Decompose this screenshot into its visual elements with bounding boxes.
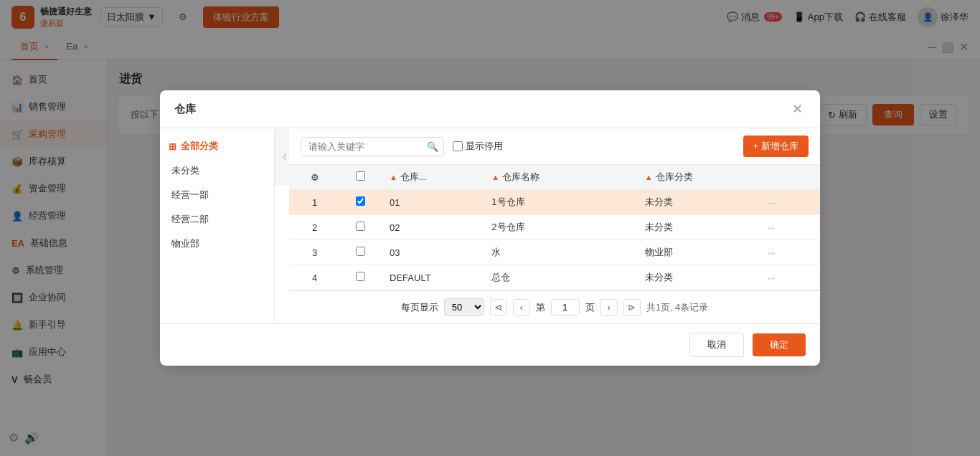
modal-content-area: 🔍 显示停用 + 新增仓库 ⚙ <box>289 128 820 323</box>
modal-pagination: 每页显示 50 100 200 ⊲ ‹ 第 页 › ⊳ 共1页, 4条记录 <box>289 290 820 323</box>
row-checkbox[interactable] <box>356 196 365 206</box>
th-name: ▲ 仓库名称 <box>483 165 636 190</box>
sort-cat-icon: ▲ <box>645 173 653 181</box>
cancel-button[interactable]: 取消 <box>689 333 744 357</box>
row-checkbox[interactable] <box>356 247 365 256</box>
row-code: DEFAULT <box>381 265 483 290</box>
table-row[interactable]: 4 DEFAULT 总仓 未分类 ··· <box>289 265 820 290</box>
th-checkbox <box>340 165 381 190</box>
row-category: 未分类 <box>636 215 759 240</box>
page-label-before: 第 <box>536 301 545 314</box>
row-name: 1号仓库 <box>483 190 636 215</box>
more-icon[interactable]: ··· <box>768 197 776 208</box>
grid-icon: ⊞ <box>169 141 176 152</box>
modal-cat-all[interactable]: ⊞ 全部分类 <box>160 134 274 158</box>
row-name: 总仓 <box>483 265 636 290</box>
next-page-button[interactable]: › <box>600 299 618 316</box>
modal-close-button[interactable]: ✕ <box>788 100 806 118</box>
row-checkbox-cell[interactable] <box>340 190 381 215</box>
confirm-button[interactable]: 确定 <box>753 333 806 356</box>
th-category: ▲ 仓库分类 <box>636 165 759 190</box>
prev-page-button[interactable]: ‹ <box>513 299 530 316</box>
modal-table: ⚙ ▲ 仓库... <box>289 165 820 290</box>
modal-cat-unclassified[interactable]: 未分类 <box>160 158 274 183</box>
row-category: 物业部 <box>636 240 759 265</box>
modal-toolbar: 🔍 显示停用 + 新增仓库 <box>289 128 820 165</box>
modal-header: 仓库 ✕ <box>160 90 820 128</box>
search-icon[interactable]: 🔍 <box>427 141 438 152</box>
row-code: 03 <box>381 240 483 265</box>
th-code: ▲ 仓库... <box>381 165 483 190</box>
table-row[interactable]: 3 03 水 物业部 ··· <box>289 240 820 265</box>
modal-body: ⊞ 全部分类 未分类 经营一部 经营二部 物业部 《 <box>160 128 820 323</box>
row-num: 1 <box>289 190 340 215</box>
search-input-wrap: 🔍 <box>301 137 444 156</box>
table-row[interactable]: 2 02 2号仓库 未分类 ··· <box>289 215 820 240</box>
row-checkbox-cell[interactable] <box>340 240 381 265</box>
search-input[interactable] <box>301 137 444 156</box>
modal-sidebar: ⊞ 全部分类 未分类 经营一部 经营二部 物业部 <box>160 128 275 323</box>
row-code: 01 <box>381 190 483 215</box>
row-checkbox[interactable] <box>356 272 365 281</box>
more-icon[interactable]: ··· <box>768 247 776 258</box>
first-page-button[interactable]: ⊲ <box>490 299 507 316</box>
row-code: 02 <box>381 215 483 240</box>
row-checkbox-cell[interactable] <box>340 265 381 290</box>
row-num: 2 <box>289 215 340 240</box>
modal-cat-ops2[interactable]: 经营二部 <box>160 207 274 232</box>
modal-title: 仓库 <box>174 103 196 116</box>
table-row[interactable]: 1 01 1号仓库 未分类 ··· <box>289 190 820 215</box>
row-checkbox-cell[interactable] <box>340 215 381 240</box>
row-name: 水 <box>483 240 636 265</box>
row-checkbox[interactable] <box>356 222 365 231</box>
row-action[interactable]: ··· <box>759 265 820 290</box>
last-page-button[interactable]: ⊳ <box>623 299 641 316</box>
sort-name-icon: ▲ <box>491 173 499 181</box>
row-category: 未分类 <box>636 190 759 215</box>
select-all-checkbox[interactable] <box>356 171 365 181</box>
page-input[interactable] <box>551 299 580 315</box>
modal-cat-property[interactable]: 物业部 <box>160 232 274 256</box>
total-info: 共1页, 4条记录 <box>646 301 709 314</box>
row-num: 4 <box>289 265 340 290</box>
per-page-select[interactable]: 50 100 200 <box>444 298 484 316</box>
show-disabled-checkbox[interactable] <box>453 141 463 151</box>
modal-overlay: 仓库 ✕ ⊞ 全部分类 未分类 经营一部 经营二部 <box>0 0 980 456</box>
th-action <box>759 165 820 190</box>
row-category: 未分类 <box>636 265 759 290</box>
warehouse-table: ⚙ ▲ 仓库... <box>289 165 820 290</box>
sidebar-collapse-button[interactable]: 《 <box>275 128 289 186</box>
gear-col-icon: ⚙ <box>311 172 319 183</box>
row-action[interactable]: ··· <box>759 190 820 215</box>
more-icon[interactable]: ··· <box>768 222 776 233</box>
show-disabled-label[interactable]: 显示停用 <box>453 140 503 153</box>
modal: 仓库 ✕ ⊞ 全部分类 未分类 经营一部 经营二部 <box>160 90 820 366</box>
row-name: 2号仓库 <box>483 215 636 240</box>
page-label: 页 <box>585 301 595 314</box>
row-action[interactable]: ··· <box>759 215 820 240</box>
add-warehouse-button[interactable]: + 新增仓库 <box>743 136 809 157</box>
row-action[interactable]: ··· <box>759 240 820 265</box>
per-page-label: 每页显示 <box>401 301 438 314</box>
row-num: 3 <box>289 240 340 265</box>
modal-footer: 取消 确定 <box>160 323 820 366</box>
th-settings: ⚙ <box>289 165 340 190</box>
sort-icon: ▲ <box>390 173 397 181</box>
more-icon[interactable]: ··· <box>768 272 776 283</box>
modal-cat-ops1[interactable]: 经营一部 <box>160 183 274 207</box>
